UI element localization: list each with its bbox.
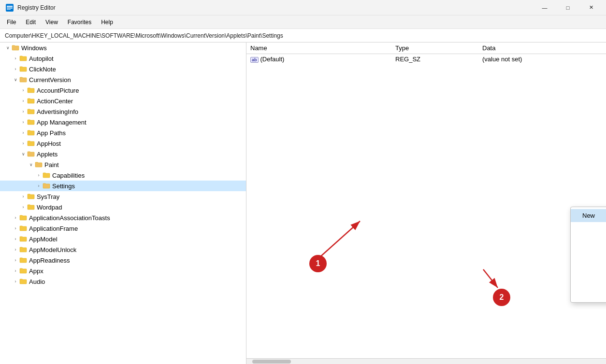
- tree-item[interactable]: › Audio: [0, 276, 246, 287]
- svg-line-7: [318, 221, 360, 259]
- expand-icon[interactable]: ›: [19, 140, 27, 147]
- tree-item[interactable]: › Capabilities: [0, 170, 246, 181]
- expand-icon[interactable]: ∨: [12, 76, 19, 84]
- address-bar: Computer\HKEY_LOCAL_MACHINE\SOFTWARE\Mic…: [0, 29, 606, 42]
- cell-name: ab (Default): [246, 54, 391, 65]
- expand-icon[interactable]: ∨: [4, 44, 12, 52]
- expand-icon[interactable]: ›: [12, 246, 19, 253]
- expand-icon[interactable]: ›: [35, 182, 43, 190]
- menu-bar: File Edit View Favorites Help: [0, 15, 606, 29]
- folder-icon: [19, 235, 27, 243]
- expand-icon[interactable]: ›: [12, 235, 19, 243]
- folder-icon: [19, 267, 27, 275]
- menu-edit[interactable]: Edit: [21, 17, 41, 28]
- tree-item-label: AdvertisingInfo: [37, 108, 78, 115]
- tree-item[interactable]: ∨ Windows: [0, 42, 246, 53]
- tree-item-label: Applets: [37, 151, 58, 158]
- expand-icon[interactable]: ›: [19, 118, 27, 126]
- expand-icon[interactable]: ∨: [27, 161, 35, 168]
- context-menu-new[interactable]: New ›: [571, 209, 606, 222]
- menu-view[interactable]: View: [41, 17, 63, 28]
- right-panel[interactable]: Name Type Data ab (Default)REG_SZ(value …: [246, 42, 606, 364]
- tree-item[interactable]: › Wordpad: [0, 202, 246, 212]
- tree-item[interactable]: › Settings: [0, 181, 246, 191]
- close-button[interactable]: ✕: [580, 0, 602, 15]
- scrollbar-thumb[interactable]: [252, 360, 291, 364]
- tree-item[interactable]: › ClickNote: [0, 64, 246, 74]
- tree-item-label: ApplicationFrame: [29, 225, 78, 232]
- tree-item-label: CurrentVersion: [29, 76, 71, 84]
- tree-item-label: Autopilot: [29, 55, 54, 62]
- tree-panel[interactable]: ∨ Windows› Autopilot› ClickNote∨ Current…: [0, 42, 246, 364]
- tree-item[interactable]: › AccountPicture: [0, 85, 246, 96]
- address-path: Computer\HKEY_LOCAL_MACHINE\SOFTWARE\Mic…: [5, 32, 283, 39]
- expand-icon[interactable]: ›: [19, 86, 27, 94]
- tree-item-label: AccountPicture: [37, 87, 79, 94]
- arrow-svg: [246, 42, 606, 364]
- tree-item[interactable]: ∨ CurrentVersion: [0, 74, 246, 85]
- expand-icon[interactable]: ›: [19, 203, 27, 211]
- folder-icon: [19, 76, 27, 84]
- folder-icon: [27, 97, 35, 105]
- expand-icon[interactable]: ›: [35, 171, 43, 179]
- folder-icon: [27, 118, 35, 126]
- expand-icon[interactable]: ∨: [19, 150, 27, 158]
- horizontal-scrollbar[interactable]: [246, 358, 606, 364]
- maximize-button[interactable]: □: [557, 0, 579, 15]
- expand-icon[interactable]: ›: [19, 129, 27, 137]
- tree-item[interactable]: ∨ Paint: [0, 159, 246, 170]
- svg-rect-4: [7, 9, 11, 10]
- tree-item[interactable]: › ActionCenter: [0, 96, 246, 106]
- menu-file[interactable]: File: [2, 17, 21, 28]
- expand-icon[interactable]: ›: [12, 65, 19, 73]
- expand-icon[interactable]: ›: [19, 108, 27, 115]
- folder-icon: [12, 44, 19, 52]
- table-row[interactable]: ab (Default)REG_SZ(value not set): [246, 54, 606, 65]
- registry-table: Name Type Data ab (Default)REG_SZ(value …: [246, 42, 606, 64]
- window-controls: — □ ✕: [534, 0, 602, 15]
- folder-icon: [27, 108, 35, 115]
- expand-icon[interactable]: ›: [12, 214, 19, 222]
- menu-help[interactable]: Help: [96, 17, 118, 28]
- tree-item[interactable]: › App Paths: [0, 127, 246, 138]
- tree-item[interactable]: › AppReadiness: [0, 255, 246, 266]
- context-menu-new-label: New: [582, 212, 595, 219]
- col-data: Data: [478, 42, 606, 54]
- window-title: Registry Editor: [17, 4, 56, 11]
- col-type: Type: [391, 42, 478, 54]
- tree-item[interactable]: › AppHost: [0, 138, 246, 149]
- main-content: ∨ Windows› Autopilot› ClickNote∨ Current…: [0, 42, 606, 364]
- tree-item[interactable]: ∨ Applets: [0, 149, 246, 159]
- expand-icon[interactable]: ›: [12, 224, 19, 232]
- tree-item[interactable]: › ApplicationFrame: [0, 223, 246, 234]
- title-bar: Registry Editor — □ ✕: [0, 0, 606, 15]
- folder-icon: [35, 161, 43, 168]
- expand-icon[interactable]: ›: [12, 256, 19, 264]
- expand-icon[interactable]: ›: [19, 97, 27, 105]
- tree-item-label: App Paths: [37, 129, 66, 137]
- tree-item-label: Settings: [52, 182, 75, 190]
- tree-item[interactable]: › Appx: [0, 266, 246, 276]
- folder-icon: [19, 214, 27, 222]
- folder-icon: [27, 150, 35, 158]
- folder-icon: [19, 55, 27, 62]
- tree-item[interactable]: › Autopilot: [0, 53, 246, 64]
- tree-item-label: App Management: [37, 119, 87, 126]
- cell-data: (value not set): [478, 54, 606, 65]
- expand-icon[interactable]: ›: [12, 55, 19, 62]
- tree-item[interactable]: › AdvertisingInfo: [0, 106, 246, 117]
- expand-icon[interactable]: ›: [12, 267, 19, 275]
- tree-item[interactable]: › AppModel: [0, 234, 246, 244]
- expand-icon[interactable]: ›: [12, 278, 19, 285]
- minimize-button[interactable]: —: [534, 0, 556, 15]
- tree-item[interactable]: › SysTray: [0, 191, 246, 202]
- svg-rect-3: [7, 8, 13, 9]
- tree-item[interactable]: › App Management: [0, 117, 246, 127]
- menu-favorites[interactable]: Favorites: [63, 17, 96, 28]
- folder-icon: [43, 171, 50, 179]
- tree-item[interactable]: › AppModelUnlock: [0, 244, 246, 255]
- tree-item[interactable]: › ApplicationAssociationToasts: [0, 212, 246, 223]
- expand-icon[interactable]: ›: [19, 193, 27, 200]
- tree-item-label: Windows: [21, 44, 47, 52]
- tree-item-label: AppReadiness: [29, 257, 70, 264]
